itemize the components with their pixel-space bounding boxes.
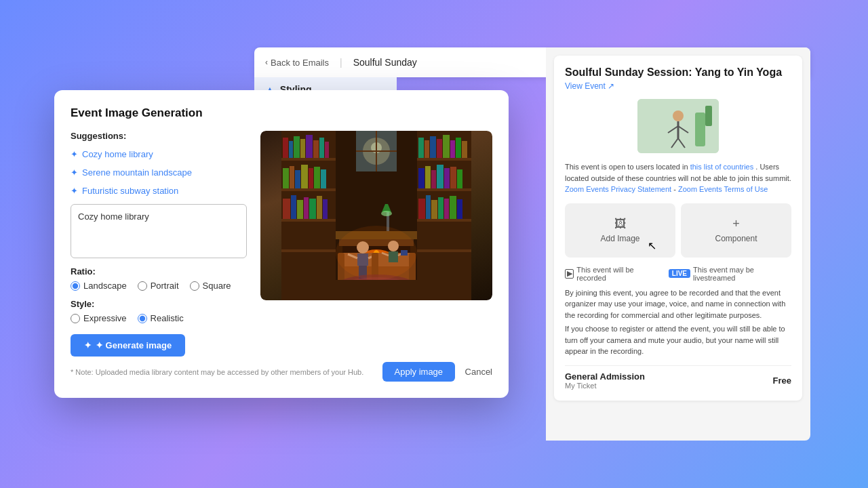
svg-rect-19 xyxy=(306,135,313,158)
svg-rect-47 xyxy=(450,140,455,158)
suggestions-label: Suggestions: xyxy=(71,131,247,141)
style-radio-group: Expressive Realistic xyxy=(71,313,247,323)
svg-rect-14 xyxy=(281,249,336,252)
svg-rect-32 xyxy=(297,200,303,219)
svg-rect-21 xyxy=(319,138,324,158)
svg-rect-48 xyxy=(456,138,461,158)
svg-rect-30 xyxy=(283,199,290,219)
svg-rect-26 xyxy=(301,165,308,188)
sparkle-icon: ✦ xyxy=(84,340,92,350)
svg-rect-33 xyxy=(304,197,309,219)
svg-rect-41 xyxy=(417,249,471,252)
svg-rect-53 xyxy=(437,165,443,188)
suggestion-subway[interactable]: ✦ Futuristic subway station xyxy=(71,186,247,196)
svg-rect-25 xyxy=(295,170,300,188)
sparkle-suggestion-icon-2: ✦ xyxy=(71,167,78,178)
svg-rect-45 xyxy=(437,139,442,158)
cancel-button[interactable]: Cancel xyxy=(465,367,492,377)
svg-rect-51 xyxy=(425,166,431,188)
style-realistic[interactable]: Realistic xyxy=(138,313,184,323)
svg-rect-43 xyxy=(425,140,429,158)
svg-rect-34 xyxy=(309,199,316,219)
modal-title: Event Image Generation xyxy=(71,106,492,120)
svg-rect-24 xyxy=(290,166,294,188)
svg-rect-98 xyxy=(281,280,471,300)
svg-rect-38 xyxy=(417,158,471,161)
svg-rect-39 xyxy=(417,188,471,191)
svg-rect-58 xyxy=(426,195,431,219)
style-label: Style: xyxy=(71,299,247,309)
svg-rect-62 xyxy=(450,196,456,219)
modal-body: Suggestions: ✦ Cozy home library ✦ Seren… xyxy=(71,131,492,323)
sparkle-suggestion-icon-3: ✦ xyxy=(71,186,78,196)
footer-actions: * Note: Uploaded media library content m… xyxy=(71,362,492,382)
svg-rect-35 xyxy=(317,196,322,219)
svg-rect-61 xyxy=(444,199,449,219)
svg-rect-29 xyxy=(321,169,326,188)
suggestion-cozy-library[interactable]: ✦ Cozy home library xyxy=(71,149,247,159)
svg-point-102 xyxy=(336,226,417,280)
note-text: * Note: Uploaded media library content m… xyxy=(71,368,363,376)
svg-rect-20 xyxy=(313,140,319,158)
modal-footer: ✦ ✦ Generate image * Note: Uploaded medi… xyxy=(71,334,492,382)
ratio-square[interactable]: Square xyxy=(190,281,231,291)
svg-rect-36 xyxy=(323,199,328,219)
ratio-label: Ratio: xyxy=(71,266,247,277)
svg-rect-16 xyxy=(289,141,293,158)
apply-image-button[interactable]: Apply image xyxy=(382,362,456,382)
prompt-textarea[interactable]: Cozy home library xyxy=(71,204,247,258)
svg-rect-49 xyxy=(462,141,467,158)
svg-rect-59 xyxy=(431,200,437,219)
ratio-landscape[interactable]: Landscape xyxy=(71,281,127,291)
svg-rect-27 xyxy=(309,168,313,188)
svg-rect-63 xyxy=(457,199,462,219)
svg-rect-11 xyxy=(281,158,336,161)
svg-rect-42 xyxy=(418,138,424,158)
svg-rect-18 xyxy=(300,139,305,158)
style-expressive[interactable]: Expressive xyxy=(71,313,127,323)
svg-rect-13 xyxy=(281,219,336,222)
modal-left-panel: Suggestions: ✦ Cozy home library ✦ Seren… xyxy=(71,131,247,323)
svg-rect-44 xyxy=(430,136,436,158)
svg-rect-50 xyxy=(418,168,425,188)
generated-image-container xyxy=(260,131,492,300)
ratio-section: Ratio: Landscape Portrait Square xyxy=(71,266,247,291)
svg-rect-40 xyxy=(417,219,471,222)
svg-rect-15 xyxy=(283,138,288,158)
generate-image-button[interactable]: ✦ ✦ Generate image xyxy=(71,334,185,357)
suggestion-mountain[interactable]: ✦ Serene mountain landscape xyxy=(71,167,247,178)
svg-rect-55 xyxy=(450,167,456,188)
style-section: Style: Expressive Realistic xyxy=(71,299,247,323)
action-buttons: Apply image Cancel xyxy=(382,362,492,382)
svg-rect-22 xyxy=(325,142,329,158)
ratio-portrait[interactable]: Portrait xyxy=(138,281,179,291)
svg-rect-12 xyxy=(281,188,336,191)
svg-rect-31 xyxy=(291,195,296,219)
event-image-generation-modal: Event Image Generation Suggestions: ✦ Co… xyxy=(54,90,509,398)
svg-rect-57 xyxy=(418,199,425,219)
svg-rect-54 xyxy=(444,168,450,188)
sparkle-suggestion-icon: ✦ xyxy=(71,149,78,159)
svg-rect-56 xyxy=(457,169,462,188)
svg-rect-17 xyxy=(294,136,300,158)
svg-rect-23 xyxy=(283,168,289,188)
svg-rect-52 xyxy=(431,170,436,188)
modal-overlay: Event Image Generation Suggestions: ✦ Co… xyxy=(0,0,868,488)
svg-rect-46 xyxy=(443,135,450,158)
generated-image xyxy=(260,131,492,300)
svg-point-75 xyxy=(381,211,392,216)
svg-rect-28 xyxy=(314,167,320,188)
ratio-radio-group: Landscape Portrait Square xyxy=(71,281,247,291)
svg-rect-60 xyxy=(438,197,443,219)
